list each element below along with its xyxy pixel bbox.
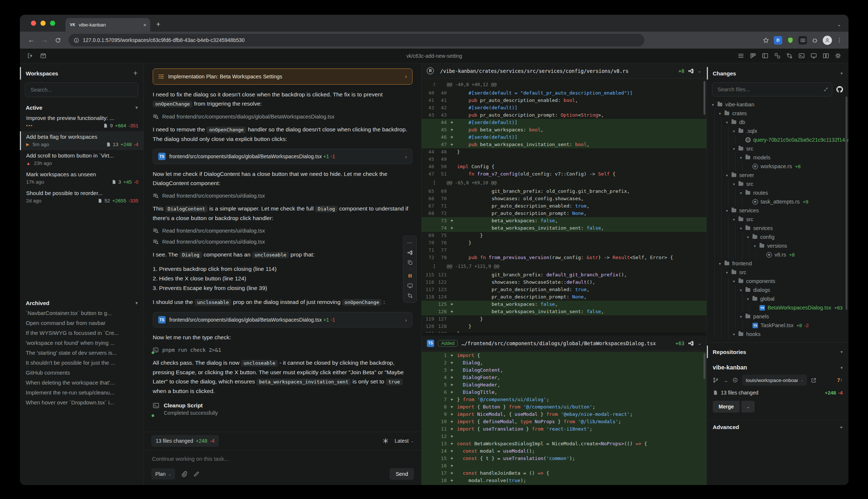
expand-hunk-icon[interactable] [422, 82, 447, 87]
tree-folder-hooks[interactable]: ▾hooks [707, 330, 848, 339]
more-actions-icon[interactable]: ⋯ [403, 238, 417, 248]
tab-overflow-chevron-icon[interactable]: ⌄ [837, 22, 841, 27]
tree-folder-global[interactable]: ▾global [707, 294, 848, 303]
tree-folder-server[interactable]: ▾server [707, 171, 848, 180]
tree-folder-src[interactable]: ▾src [707, 180, 848, 188]
tree-folder-vibe-kanban[interactable]: ▾vibe-kanban [707, 100, 848, 109]
archived-workspace-item[interactable]: `NavbarContainer.tsx` button to g... [20, 308, 144, 318]
merge-button[interactable]: Merge [713, 401, 740, 413]
github-icon[interactable] [836, 86, 843, 93]
vscode-icon[interactable] [403, 248, 417, 258]
tree-file-workspace.rs[interactable]: Rworkspace.rs+8 [707, 162, 848, 171]
repositories-header[interactable]: Repositories ▾ [707, 346, 848, 358]
collapse-chevron-icon[interactable]: ⌄ [698, 68, 701, 74]
diff-header[interactable]: TS Added …/frontend/src/components/dialo… [422, 336, 706, 351]
tool-read-row[interactable]: Read frontend/src/components/ui/dialog.t… [153, 239, 412, 245]
tree-folder-models[interactable]: ▾models [707, 153, 848, 162]
archived-workspace-item[interactable]: The 'starting' state of dev servers is..… [20, 348, 144, 358]
archived-workspace-item[interactable]: Implement the re-run setup/cleanu... [20, 387, 144, 397]
tree-file-v8.rs[interactable]: Rv8.rs+8 [707, 250, 848, 259]
open-in-vscode-icon[interactable] [688, 68, 694, 74]
tree-folder-crates[interactable]: ▾crates [707, 109, 848, 118]
archived-workspace-item[interactable]: It shouldn't be possible for just the ..… [20, 358, 144, 368]
back-icon[interactable]: ← [26, 36, 37, 44]
forward-icon[interactable]: → [39, 36, 50, 44]
tree-file-BetaWorkspacesDialog.tsx[interactable]: TSBetaWorkspacesDialog.tsx+63 [707, 303, 848, 312]
extensions-puzzle-icon[interactable] [812, 37, 818, 43]
tree-folder-dialogs[interactable]: ▾dialogs [707, 286, 848, 294]
changes-header[interactable]: Changes ▾ [707, 67, 848, 79]
tree-folder-src[interactable]: ▾src [707, 215, 848, 224]
diff-header[interactable]: R /vibe-kanban/crates/services/src/servi… [422, 63, 706, 79]
edited-file-card[interactable]: TSfrontend/src/components/dialogs/global… [153, 149, 412, 164]
tool-read-row[interactable]: Read frontend/src/components/ui/dialog.t… [153, 193, 412, 199]
git-compare-icon[interactable] [403, 291, 417, 301]
copy-icon[interactable] [403, 258, 417, 268]
file-search[interactable] [712, 82, 832, 96]
workspace-search[interactable] [25, 82, 138, 97]
workspace-search-input[interactable] [30, 86, 134, 93]
mode-dropdown[interactable]: Plan ⌄ [151, 468, 175, 479]
edited-file-card[interactable]: TSfrontend/src/components/dialogs/global… [153, 312, 412, 328]
tab-close-icon[interactable]: × [143, 22, 146, 28]
open-in-vscode-icon[interactable] [688, 340, 694, 346]
extension-shield-icon[interactable] [787, 37, 794, 43]
sparkle-icon[interactable] [383, 438, 389, 444]
composer-input[interactable] [151, 455, 414, 462]
expand-hunk-icon[interactable] [422, 264, 447, 269]
cleanup-script-block[interactable]: Cleanup ScriptCompleted successfully [153, 402, 412, 416]
archived-workspace-item[interactable]: If the WYSIWYG is focussed in `Cre... [20, 328, 144, 338]
archived-workspace-item[interactable]: 'workspace not found' when trying ... [20, 338, 144, 348]
files-changed-chip[interactable]: 13 files changed +248 -4 [151, 435, 219, 447]
conversation-scroll-area[interactable]: Implementation Plan: Beta Workspaces Set… [144, 63, 421, 432]
edit-pen-icon[interactable] [193, 471, 199, 477]
archived-workspace-item[interactable]: When hover over `Dropdown.tsx` i... [20, 397, 144, 407]
terminal-command-row[interactable]: pnpm run check 2>&1 [153, 347, 412, 353]
close-button[interactable] [31, 21, 36, 26]
browser-menu-kebab-icon[interactable]: ⋮ [837, 37, 843, 43]
version-dropdown[interactable]: Latest ⌄ [394, 438, 414, 444]
tree-folder-services[interactable]: ▾services [707, 206, 848, 215]
tree-folder-components[interactable]: ▾components [707, 277, 848, 286]
add-workspace-button[interactable]: + [133, 70, 138, 77]
archived-workspace-item[interactable]: Open command bar from navbar [20, 318, 144, 328]
new-tab-button[interactable]: + [156, 20, 160, 29]
tree-folder-db[interactable]: ▾db [707, 118, 848, 127]
workspace-item[interactable]: Mark workspaces as unseen17h ago3+45-0 [20, 169, 144, 188]
diff-scrollbar[interactable] [704, 353, 705, 379]
archived-section-header[interactable]: Archived ▾ [20, 298, 144, 308]
message-composer[interactable] [144, 450, 421, 464]
monitor-icon[interactable] [403, 281, 417, 291]
profile-avatar[interactable] [823, 36, 832, 45]
send-button[interactable]: Send [390, 468, 414, 480]
tree-folder-services[interactable]: ▾services [707, 224, 848, 233]
merge-options-chevron[interactable]: ⌄ [741, 401, 755, 413]
file-search-input[interactable] [717, 86, 821, 93]
collapse-tree-icon[interactable] [823, 87, 828, 92]
browser-tab[interactable]: VK vibe-kanban × [65, 18, 150, 32]
extension-d-icon[interactable]: D [774, 36, 782, 45]
tree-folder-src[interactable]: ▾src [707, 144, 848, 153]
expand-hunk-icon[interactable] [422, 180, 447, 185]
workspace-item[interactable]: Should be possible to reorder...2d ago52… [20, 188, 144, 206]
workspace-item[interactable]: Improve the preview functionality: ...••… [20, 113, 144, 131]
tree-folder-routes[interactable]: ▾routes [707, 188, 848, 197]
site-info-icon[interactable] [74, 38, 79, 43]
tree-file-TaskPanel.tsx[interactable]: TSTaskPanel.tsx+8-2 [707, 321, 848, 330]
zoom-button[interactable] [50, 21, 55, 26]
reload-icon[interactable] [52, 37, 63, 43]
tree-folder-config[interactable]: ▾config [707, 233, 848, 241]
tree-folder-frontend[interactable]: ▾frontend [707, 259, 848, 268]
tree-file-task_attempts.rs[interactable]: Rtask_attempts.rs+9 [707, 197, 848, 206]
address-bar[interactable]: 127.0.0.1:57095/workspaces/c63c9fd6-dfb8… [68, 34, 644, 46]
tree-folder-panels[interactable]: ▾panels [707, 312, 848, 321]
minimize-button[interactable] [40, 21, 46, 26]
tree-folder-src[interactable]: ▾src [707, 268, 848, 277]
bookmark-star-icon[interactable] [763, 37, 769, 43]
active-section-header[interactable]: Active ▾ [20, 102, 144, 113]
implementation-plan-card[interactable]: Implementation Plan: Beta Workspaces Set… [153, 68, 412, 85]
workspace-item[interactable]: Add beta flag for workspaces▶5m ago13+24… [20, 131, 144, 150]
advanced-section[interactable]: Advanced ▸ [707, 420, 848, 434]
archived-workspace-item[interactable]: GitHub comments [20, 368, 144, 378]
extension-camera-icon[interactable] [798, 36, 807, 45]
